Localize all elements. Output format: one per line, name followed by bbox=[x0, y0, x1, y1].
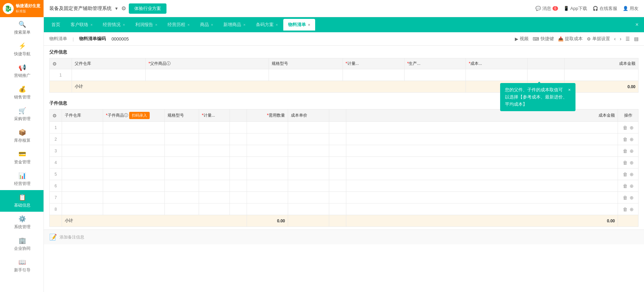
child-cell-cost-amount-1[interactable] bbox=[346, 122, 618, 133]
child-cell-unit-cost-2[interactable] bbox=[288, 133, 329, 145]
delete-row-1-btn[interactable]: 🗑 bbox=[623, 125, 628, 130]
copy-row-5-btn[interactable]: ⊕ bbox=[630, 172, 634, 177]
extract-cost-btn[interactable]: 📥 提取成本 bbox=[558, 36, 583, 42]
child-col-settings[interactable]: ⚙ bbox=[50, 109, 62, 122]
parent-col-settings[interactable]: ⚙ bbox=[50, 58, 72, 69]
child-cell-product-8[interactable] bbox=[103, 203, 165, 215]
child-cell-unit-4[interactable] bbox=[199, 157, 230, 168]
close-ops-history-tab[interactable]: × bbox=[187, 23, 189, 27]
child-cell-spec-8[interactable] bbox=[165, 203, 199, 215]
sidebar-item-guide[interactable]: 📖新手引导 bbox=[0, 255, 44, 277]
sidebar-item-system[interactable]: ⚙️系统管理 bbox=[0, 212, 44, 233]
tab-home[interactable]: 首页 bbox=[47, 19, 65, 31]
tab-ops-status[interactable]: 经营情况× bbox=[98, 19, 129, 31]
delete-row-4-btn[interactable]: 🗑 bbox=[623, 160, 628, 165]
child-cell-unit-cost-6[interactable] bbox=[288, 180, 329, 192]
child-cell-warehouse-5[interactable] bbox=[62, 168, 103, 180]
copy-row-2-btn[interactable]: ⊕ bbox=[630, 137, 634, 142]
parent-cell-warehouse-1[interactable] bbox=[72, 69, 146, 81]
child-cell-product-1[interactable] bbox=[103, 122, 165, 133]
sidebar-item-operations[interactable]: 📊经营管理 bbox=[0, 168, 44, 190]
child-cell-req-qty-6[interactable] bbox=[247, 180, 288, 192]
message-item[interactable]: 💬 消息 6 bbox=[535, 5, 558, 12]
close-ops-status-tab[interactable]: × bbox=[123, 23, 125, 27]
copy-row-7-btn[interactable]: ⊕ bbox=[630, 195, 634, 200]
close-new-products-tab[interactable]: × bbox=[243, 23, 245, 27]
child-cell-extra-1[interactable] bbox=[230, 122, 247, 133]
parent-cell-product-1[interactable] bbox=[146, 69, 269, 81]
sidebar-item-enterprise[interactable]: 🏢企业协同 bbox=[0, 233, 44, 255]
topbar-gear-icon[interactable]: ⚙ bbox=[121, 5, 126, 12]
breadcrumb-bom[interactable]: 物料清单 bbox=[49, 36, 67, 42]
tooltip-close-btn[interactable]: × bbox=[568, 86, 571, 94]
close-bom-tab[interactable]: × bbox=[308, 23, 310, 27]
child-cell-extra-2[interactable] bbox=[230, 133, 247, 145]
child-cell-warehouse-7[interactable] bbox=[62, 192, 103, 203]
parent-cell-extra-1[interactable] bbox=[528, 69, 565, 81]
child-cell-unit-cost-3[interactable] bbox=[288, 145, 329, 157]
delete-row-7-btn[interactable]: 🗑 bbox=[623, 195, 628, 200]
child-cell-warehouse-8[interactable] bbox=[62, 203, 103, 215]
tab-bom[interactable]: 物料清单× bbox=[283, 19, 315, 31]
child-cell-unit-cost-extra-7[interactable] bbox=[329, 192, 346, 203]
close-customer-tab[interactable]: × bbox=[90, 23, 92, 27]
delete-row-2-btn[interactable]: 🗑 bbox=[623, 137, 628, 142]
video-btn[interactable]: ▶ 视频 bbox=[515, 36, 529, 42]
single-settings-btn[interactable]: ⚙ 单据设置 bbox=[587, 36, 610, 42]
child-cell-cost-amount-7[interactable] bbox=[346, 192, 618, 203]
sidebar-item-sales[interactable]: 💰销售管理 bbox=[0, 82, 44, 104]
parent-cell-unit-1[interactable] bbox=[343, 69, 404, 81]
child-cell-unit-cost-4[interactable] bbox=[288, 157, 329, 168]
child-cell-spec-4[interactable] bbox=[165, 157, 199, 168]
child-cell-req-qty-8[interactable] bbox=[247, 203, 288, 215]
sidebar-item-marketing[interactable]: 📢营销推广 bbox=[0, 60, 44, 82]
child-cell-req-qty-5[interactable] bbox=[247, 168, 288, 180]
app-download-item[interactable]: 📱 App下载 bbox=[564, 5, 587, 12]
copy-row-4-btn[interactable]: ⊕ bbox=[630, 160, 634, 165]
sidebar-item-quicknav[interactable]: ⚡快捷导航 bbox=[0, 39, 44, 60]
child-settings-btn[interactable]: ⚙ bbox=[52, 113, 57, 118]
child-cell-req-qty-4[interactable] bbox=[247, 157, 288, 168]
child-cell-extra-6[interactable] bbox=[230, 180, 247, 192]
child-cell-cost-amount-5[interactable] bbox=[346, 168, 618, 180]
child-cell-spec-1[interactable] bbox=[165, 122, 199, 133]
child-cell-spec-3[interactable] bbox=[165, 145, 199, 157]
child-cell-unit-2[interactable] bbox=[199, 133, 230, 145]
delete-row-3-btn[interactable]: 🗑 bbox=[623, 148, 628, 154]
child-cell-spec-7[interactable] bbox=[165, 192, 199, 203]
child-cell-req-qty-3[interactable] bbox=[247, 145, 288, 157]
delete-row-6-btn[interactable]: 🗑 bbox=[623, 183, 628, 189]
parent-cell-amount-1[interactable] bbox=[565, 69, 639, 81]
child-cell-extra-3[interactable] bbox=[230, 145, 247, 157]
shortcut-btn[interactable]: ⌨ 快捷键 bbox=[533, 36, 554, 42]
child-cell-extra-5[interactable] bbox=[230, 168, 247, 180]
child-cell-spec-5[interactable] bbox=[165, 168, 199, 180]
tab-profit-report[interactable]: 利润报告× bbox=[131, 19, 162, 31]
child-cell-unit-cost-extra-1[interactable] bbox=[329, 122, 346, 133]
child-cell-warehouse-3[interactable] bbox=[62, 145, 103, 157]
child-cell-product-7[interactable] bbox=[103, 192, 165, 203]
topbar-dropdown-arrow[interactable]: ▼ bbox=[114, 6, 119, 11]
child-cell-unit-cost-5[interactable] bbox=[288, 168, 329, 180]
tab-customer[interactable]: 客户联络× bbox=[66, 19, 97, 31]
copy-row-6-btn[interactable]: ⊕ bbox=[630, 183, 634, 189]
child-cell-warehouse-4[interactable] bbox=[62, 157, 103, 168]
child-cell-unit-5[interactable] bbox=[199, 168, 230, 180]
child-cell-warehouse-1[interactable] bbox=[62, 122, 103, 133]
child-cell-unit-3[interactable] bbox=[199, 145, 230, 157]
scan-input-btn[interactable]: 扫码录入 bbox=[129, 112, 150, 119]
child-cell-req-qty-2[interactable] bbox=[247, 133, 288, 145]
child-cell-cost-amount-2[interactable] bbox=[346, 133, 618, 145]
child-cell-extra-8[interactable] bbox=[230, 203, 247, 215]
child-cell-unit-cost-extra-6[interactable] bbox=[329, 180, 346, 192]
tab-new-products[interactable]: 新增商品× bbox=[219, 19, 250, 31]
parent-settings-btn[interactable]: ⚙ bbox=[52, 61, 57, 67]
parent-cell-cost-1[interactable] bbox=[466, 69, 528, 81]
close-barcode-tab[interactable]: × bbox=[276, 23, 278, 27]
copy-row-3-btn[interactable]: ⊕ bbox=[630, 148, 634, 154]
child-cell-unit-cost-1[interactable] bbox=[288, 122, 329, 133]
child-cell-unit-cost-extra-8[interactable] bbox=[329, 203, 346, 215]
copy-row-1-btn[interactable]: ⊕ bbox=[630, 125, 634, 130]
child-cell-cost-amount-6[interactable] bbox=[346, 180, 618, 192]
sidebar-item-purchase[interactable]: 🛒采购管理 bbox=[0, 104, 44, 125]
